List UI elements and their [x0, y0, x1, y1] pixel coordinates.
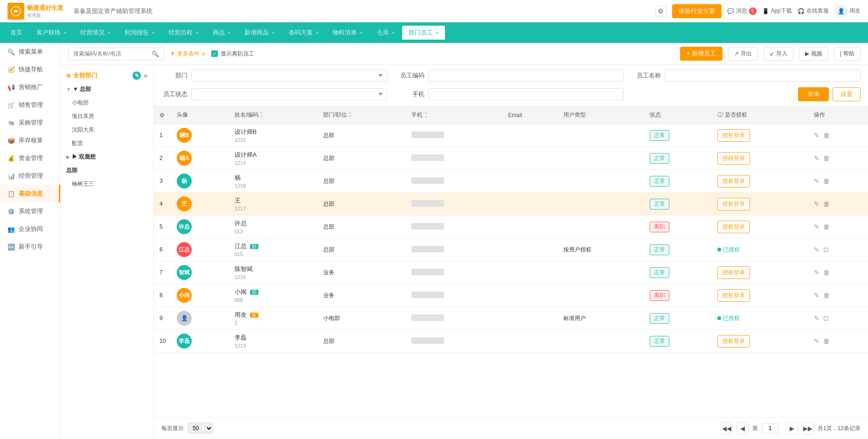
edit-icon[interactable]: ✎ [814, 292, 819, 299]
edit-icon[interactable]: ✎ [814, 132, 819, 139]
sidebar-item-inventory[interactable]: 📦 库存核算 [0, 132, 60, 149]
app-download-btn[interactable]: 📱 App下载 [762, 7, 792, 15]
close-icon[interactable]: × [360, 30, 362, 35]
dept-select[interactable] [191, 70, 387, 82]
edit-icon[interactable]: ✎ [814, 177, 819, 185]
edit-icon[interactable]: ✎ [814, 154, 819, 162]
emp-status-select[interactable] [191, 88, 387, 100]
close-icon[interactable]: × [228, 30, 230, 35]
sidebar-item-quicknav[interactable]: 🧭 快捷导航 [0, 61, 60, 78]
authorize-button[interactable]: 授权登录 [717, 266, 750, 279]
next-page-btn[interactable]: ▶ [786, 422, 798, 434]
dept-tree-group-zongbu[interactable]: ▼ 总部 [61, 83, 153, 96]
page-input[interactable] [762, 423, 778, 433]
export-button[interactable]: ↗ 导出 [728, 47, 758, 61]
close-icon[interactable]: × [271, 30, 274, 35]
delete-icon[interactable]: 🗑 [823, 200, 830, 208]
emp-code-input[interactable] [428, 70, 624, 82]
edit-icon[interactable]: ✎ [814, 200, 819, 208]
nav-tab-customer[interactable]: 客户联络 × [30, 26, 73, 40]
authorize-button[interactable]: 授权登录 [717, 198, 750, 210]
delete-icon[interactable]: 🗑 [823, 132, 830, 139]
collapse-icon[interactable]: » [144, 71, 148, 80]
import-button[interactable]: ↙ 导入 [764, 47, 793, 61]
sidebar-item-basic-info[interactable]: 📋 基础信息 [0, 185, 60, 202]
close-icon[interactable]: × [436, 30, 438, 35]
authorize-button[interactable]: 授权登录 [717, 335, 750, 348]
nav-tab-dept-staff[interactable]: 部门员工 × [402, 26, 445, 40]
settings-icon[interactable]: ⚙ [655, 6, 667, 17]
more-filter-btn[interactable]: ▼ 更多条件 ∧ [170, 50, 206, 58]
delete-icon[interactable]: 🗑 [823, 154, 830, 162]
authorize-button[interactable]: 授权登录 [717, 221, 750, 233]
phone-input[interactable] [428, 88, 624, 100]
edit-icon[interactable]: ✎ [814, 314, 819, 322]
copy-icon[interactable]: ⊡ [823, 246, 829, 253]
prev-page-btn[interactable]: ◀ [736, 422, 749, 434]
user-btn[interactable]: 👤 用友 [834, 5, 861, 18]
nav-tab-bom[interactable]: 物料清单 × [326, 26, 369, 40]
sidebar-item-finance[interactable]: 💰 资金管理 [0, 149, 60, 167]
nav-tab-profit[interactable]: 利润报告 × [118, 26, 161, 40]
nav-tab-history[interactable]: 经营历程 × [162, 26, 205, 40]
sidebar-item-management[interactable]: 📊 经营管理 [0, 167, 60, 185]
close-icon[interactable]: × [152, 30, 154, 35]
dept-tree-item-peihuo[interactable]: 配货 [61, 137, 153, 150]
nav-tab-operation[interactable]: 经营情况 × [74, 26, 117, 40]
col-settings[interactable]: ⚙ [154, 106, 171, 124]
dept-tree-item-nanshu[interactable]: 楠树王三 [61, 177, 153, 191]
dept-tree-group-shuanglu[interactable]: ▶ 双鹿想 [61, 150, 153, 164]
edit-icon[interactable]: ✎ [814, 223, 819, 230]
sidebar-item-purchase[interactable]: 🛍 采购管理 [0, 114, 60, 132]
page-size-select[interactable]: 50 100 [187, 423, 213, 434]
sidebar-item-search[interactable]: 🔍 搜索菜单 [0, 43, 60, 61]
first-page-btn[interactable]: ◀◀ [721, 422, 733, 434]
edit-icon[interactable]: ✎ [814, 337, 819, 345]
delete-icon[interactable]: 🗑 [823, 177, 830, 185]
authorize-button[interactable]: 授权登录 [717, 175, 750, 188]
sidebar-item-guide[interactable]: 🆕 新手引导 [0, 238, 60, 256]
authorize-button[interactable]: 授权登录 [717, 129, 750, 142]
dept-tree-item-shenyang[interactable]: 沈阳大库 [61, 123, 153, 137]
last-page-btn[interactable]: ▶▶ [802, 422, 814, 434]
authorize-button[interactable]: 授权登录 [717, 289, 750, 302]
nav-tab-home[interactable]: 首页 [4, 26, 29, 40]
col-name-code[interactable]: 姓名/编码 ▲ ▼ [229, 106, 318, 124]
set-button[interactable]: 设置 [833, 87, 861, 101]
nav-tab-barcode[interactable]: 条码方案 × [282, 26, 325, 40]
phone-sort-arrows[interactable]: ▲ ▼ [424, 111, 428, 119]
edit-icon[interactable]: ✎ [814, 246, 819, 253]
search-input[interactable] [73, 50, 148, 57]
close-icon[interactable]: × [63, 30, 66, 35]
delete-icon[interactable]: 🗑 [823, 223, 830, 230]
online-service-btn[interactable]: 🎧 在线客服 [798, 7, 829, 15]
dept-tree-item-xiaodibu[interactable]: 小电部 [61, 96, 153, 110]
col-phone[interactable]: 手机 ▲ ▼ [406, 106, 502, 124]
search-box[interactable]: 🔍 [68, 48, 164, 60]
delete-icon[interactable]: 🗑 [823, 337, 830, 345]
add-employee-button[interactable]: + 新增员工 [680, 47, 722, 61]
dept-tree-item-xiangmu[interactable]: 项目库房 [61, 110, 153, 123]
dept-tree-group-zongbu2[interactable]: 总部 [61, 164, 153, 177]
edit-icon[interactable]: ✎ [814, 269, 819, 276]
help-button[interactable]: | 帮助 [834, 47, 861, 61]
close-icon[interactable]: × [107, 30, 110, 35]
show-resigned-toggle[interactable]: ✓ 显示离职员工 [211, 50, 254, 58]
delete-icon[interactable]: 🗑 [823, 292, 830, 299]
sidebar-item-collab[interactable]: 👥 企业协同 [0, 220, 60, 238]
sidebar-item-system[interactable]: ⚙️ 系统管理 [0, 202, 60, 220]
sidebar-item-marketing[interactable]: 📢 营销推广 [0, 78, 60, 96]
video-button[interactable]: ▶ 视频 [799, 47, 828, 61]
nav-tab-warehouse[interactable]: 仓库 × [370, 26, 401, 40]
emp-name-input[interactable] [665, 70, 861, 82]
dept-sort-arrows[interactable]: ▲ ▼ [348, 111, 352, 119]
nav-tab-new-goods[interactable]: 新增商品 × [238, 26, 281, 40]
delete-icon[interactable]: 🗑 [823, 269, 830, 276]
close-icon[interactable]: × [316, 30, 319, 35]
trial-button[interactable]: 体验行业方案 [672, 4, 722, 18]
close-icon[interactable]: × [195, 30, 198, 35]
close-icon[interactable]: × [392, 30, 395, 35]
copy-icon[interactable]: ⊡ [823, 314, 829, 322]
sidebar-item-sales[interactable]: 🛒 销售管理 [0, 96, 60, 114]
col-dept-position[interactable]: 部门/职位 ▲ ▼ [318, 106, 406, 124]
